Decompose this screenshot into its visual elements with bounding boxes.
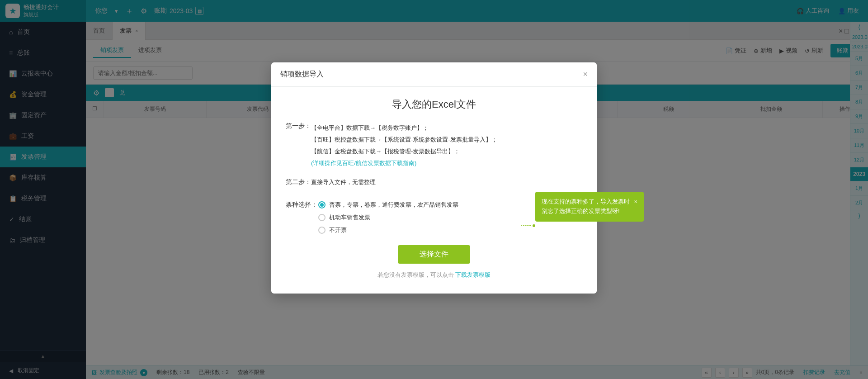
step1-link[interactable]: (详细操作见百旺/航信发票数据下载指南) bbox=[311, 157, 497, 169]
modal-close-button[interactable]: × bbox=[583, 70, 588, 79]
guide-link[interactable]: (详细操作见百旺/航信发票数据下载指南) bbox=[311, 160, 416, 166]
tooltip-connector-dot bbox=[532, 223, 536, 228]
radio-option-1[interactable]: 普票，专票，卷票，通行费发票，农产品销售发票 bbox=[318, 201, 458, 209]
modal-main-title: 导入您的Excel文件 bbox=[286, 98, 582, 111]
step2-row: 第二步： 直接导入文件，无需整理 bbox=[286, 176, 582, 190]
ticket-select-row: 票种选择： 普票，专票，卷票，通行费发票，农产品销售发票 机动车销售发票 bbox=[286, 197, 582, 234]
radio-label-1: 普票，专票，卷票，通行费发票，农产品销售发票 bbox=[329, 201, 458, 209]
modal-title: 销项数据导入 bbox=[280, 70, 324, 79]
select-file-button[interactable]: 选择文件 bbox=[398, 245, 470, 264]
download-template-link[interactable]: 下载发票模版 bbox=[455, 271, 491, 278]
tooltip-text: 现在支持的票种多了，导入发票时别忘了选择正确的发票类型呀! bbox=[542, 198, 630, 214]
step1-line2: 【百旺】税控盘数据下载→【系统设置-系统参数设置-发票批量导入】； bbox=[311, 134, 497, 146]
step1-label: 第一步： bbox=[286, 122, 311, 166]
tooltip-close-button[interactable]: × bbox=[634, 197, 637, 207]
ticket-select-label: 票种选择： bbox=[286, 201, 318, 209]
step1-line3: 【航信】金税盘数据下载→【报税管理-发票数据导出】； bbox=[311, 146, 497, 157]
radio-option-3[interactable]: 不开票 bbox=[318, 226, 458, 234]
modal-body: 导入您的Excel文件 第一步： 【全电平台】数据下载→【税务数字账户】； 【百… bbox=[271, 87, 597, 294]
step1-section: 第一步： 【全电平台】数据下载→【税务数字账户】； 【百旺】税控盘数据下载→【系… bbox=[286, 122, 582, 169]
ticket-select: 票种选择： 普票，专票，卷票，通行费发票，农产品销售发票 机动车销售发票 bbox=[286, 197, 582, 234]
radio-label-3: 不开票 bbox=[329, 226, 347, 234]
radio-circle-2[interactable] bbox=[318, 214, 326, 221]
step1-content: 【全电平台】数据下载→【税务数字账户】； 【百旺】税控盘数据下载→【系统设置-系… bbox=[311, 122, 497, 169]
tooltip-box: × 现在支持的票种多了，导入发票时别忘了选择正确的发票类型呀! bbox=[535, 192, 644, 222]
step1-line1: 【全电平台】数据下载→【税务数字账户】； bbox=[311, 122, 497, 134]
radio-circle-3[interactable] bbox=[318, 227, 326, 234]
tooltip-connector-line bbox=[521, 225, 531, 226]
template-note: 若您没有发票模版，可以点击 下载发票模版 bbox=[286, 271, 582, 279]
step2-section: 第二步： 直接导入文件，无需整理 bbox=[286, 176, 582, 190]
step2-content: 直接导入文件，无需整理 bbox=[311, 176, 376, 188]
radio-group: 普票，专票，卷票，通行费发票，农产品销售发票 机动车销售发票 不开票 × 现在支… bbox=[318, 201, 458, 234]
step2-label: 第二步： bbox=[286, 178, 311, 186]
radio-option-2[interactable]: 机动车销售发票 bbox=[318, 213, 458, 222]
radio-label-2: 机动车销售发票 bbox=[329, 213, 370, 222]
step1-row: 第一步： 【全电平台】数据下载→【税务数字账户】； 【百旺】税控盘数据下载→【系… bbox=[286, 122, 582, 169]
radio-dot-1 bbox=[320, 203, 324, 207]
radio-circle-1[interactable] bbox=[318, 201, 326, 208]
import-modal: 销项数据导入 × 导入您的Excel文件 第一步： 【全电平台】数据下载→【税务… bbox=[271, 62, 597, 294]
modal-header: 销项数据导入 × bbox=[271, 62, 597, 87]
